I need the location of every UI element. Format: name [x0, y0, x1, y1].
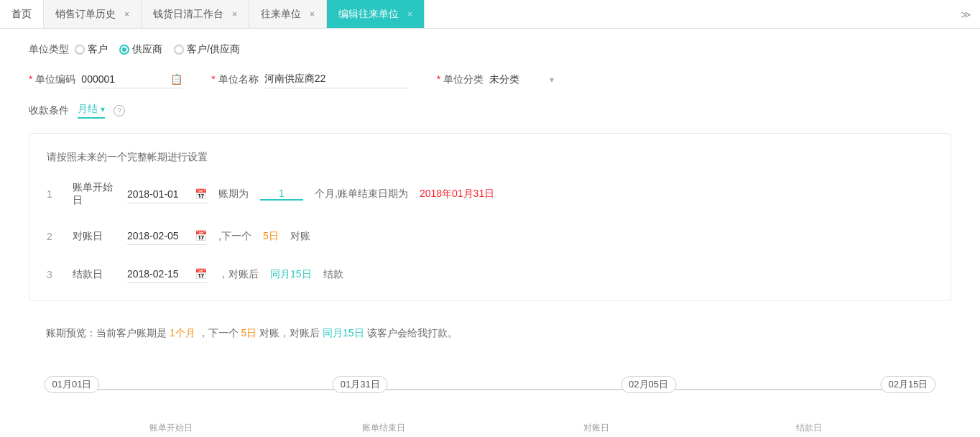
- preview-row: 账期预览：当前客户账期是 1个月 ，下一个 5日 对账，对账后 同月15日 该客…: [29, 316, 951, 351]
- preview-part3: 同月15日: [323, 327, 364, 339]
- tab-partners-close[interactable]: ×: [310, 9, 315, 19]
- unit-code-input[interactable]: [81, 70, 167, 88]
- timeline-labels: 账单开始日 账单结束日 对账日 结款日: [57, 422, 923, 434]
- radio-supplier-circle: [119, 45, 129, 55]
- period-cal-icon-2[interactable]: 📅: [195, 230, 207, 242]
- preview-prefix: 账期预览：当前客户账期是: [46, 327, 167, 339]
- period-day-2: 5日: [263, 230, 279, 243]
- unit-category-label: 单位分类: [437, 73, 484, 86]
- tab-edit-partner[interactable]: 编辑往来单位 ×: [327, 0, 425, 28]
- period-month-input[interactable]: [260, 188, 303, 201]
- unit-type-label: 单位类型: [29, 43, 69, 56]
- collect-arrow: ▾: [101, 104, 105, 114]
- tab-sales-history[interactable]: 销售订单历史 ×: [44, 0, 142, 28]
- period-desc-prefix-1: 账期为: [218, 188, 249, 201]
- tab-edit-partner-close[interactable]: ×: [407, 9, 412, 19]
- tab-home-label: 首页: [11, 8, 32, 21]
- unit-category-select[interactable]: 未分类 ▾: [489, 73, 554, 86]
- period-desc-2a: ,下一个: [218, 230, 251, 243]
- tab-cash-ledger[interactable]: 钱货日清工作台 ×: [142, 0, 249, 28]
- timeline-badge-1: 01月01日: [45, 376, 100, 393]
- unit-info-row: 单位编码 📋 单位名称 单位分类 未分类 ▾: [29, 70, 951, 88]
- period-date-input-3[interactable]: [127, 265, 192, 282]
- period-date-2: 📅: [127, 227, 207, 245]
- badge-4-text: 02月15日: [881, 376, 936, 393]
- period-cal-icon-3[interactable]: 📅: [195, 268, 207, 280]
- period-date-input-2[interactable]: [127, 227, 192, 244]
- radio-supplier-label: 供应商: [132, 43, 162, 56]
- period-date-3: 📅: [127, 265, 207, 283]
- period-cal-icon-1[interactable]: 📅: [195, 188, 207, 200]
- period-day-3: 同月15日: [270, 268, 312, 281]
- tab-sales-history-label: 销售订单历史: [55, 8, 116, 21]
- period-label-1: 账单开始日: [73, 181, 116, 207]
- collect-value: 月结: [78, 103, 98, 116]
- tab-bar: 首页 销售订单历史 × 钱货日清工作台 × 往来单位 × 编辑往来单位 × ≫: [0, 0, 980, 29]
- period-date-input-1[interactable]: [127, 185, 192, 203]
- tab-cash-ledger-close[interactable]: ×: [232, 9, 237, 19]
- radio-both[interactable]: 客户/供应商: [174, 43, 240, 56]
- collect-help-icon[interactable]: ?: [114, 105, 125, 116]
- tab-partners-label: 往来单位: [261, 8, 301, 21]
- collect-label: 收款条件: [29, 104, 69, 117]
- period-row-1: 1 账单开始日 📅 账期为 个月,账单结束日期为 2018年01月31日: [47, 181, 933, 207]
- timeline-label-4: 结款日: [703, 422, 915, 434]
- unit-name-label: 单位名称: [211, 73, 258, 86]
- tab-cash-ledger-label: 钱货日清工作台: [153, 8, 223, 21]
- unit-name-field: 单位名称: [211, 70, 407, 88]
- unit-name-input[interactable]: [264, 70, 408, 88]
- preview-sep1: ，下一个: [198, 327, 239, 339]
- unit-code-field: 单位编码 📋: [29, 70, 182, 88]
- badge-3-text: 02月05日: [621, 376, 676, 393]
- period-desc-3a: ，对账后: [218, 268, 259, 281]
- period-end-date: 2018年01月31日: [420, 188, 494, 201]
- tab-partners[interactable]: 往来单位 ×: [249, 0, 327, 28]
- timeline-badge-4: 02月15日: [881, 376, 936, 393]
- period-num-1: 1: [47, 188, 61, 200]
- unit-code-icon[interactable]: 📋: [170, 73, 182, 85]
- unit-type-radio-group: 客户 供应商 客户/供应商: [75, 43, 240, 56]
- expand-icon: ≫: [961, 9, 971, 20]
- period-row-3: 3 结款日 📅 ，对账后 同月15日 结款: [47, 265, 933, 283]
- timeline-badge-2: 01月31日: [333, 376, 388, 393]
- period-num-2: 2: [47, 231, 61, 242]
- collect-select[interactable]: 月结 ▾: [78, 103, 105, 119]
- badge-1-text: 01月01日: [45, 376, 100, 393]
- timeline-track-area: 01月01日 01月31日 02月05日 02月15日: [57, 376, 923, 419]
- radio-customer-label: 客户: [88, 43, 108, 56]
- badge-2-text: 01月31日: [333, 376, 388, 393]
- period-num-3: 3: [47, 269, 61, 280]
- period-desc-3b: 结款: [323, 268, 343, 281]
- timeline-badge-3: 02月05日: [621, 376, 676, 393]
- tab-expand-button[interactable]: ≫: [952, 0, 980, 28]
- period-title: 请按照未来的一个完整帐期进行设置: [47, 151, 933, 164]
- preview-sep2: 对账，对账后: [259, 327, 320, 339]
- period-label-3: 结款日: [73, 268, 116, 281]
- radio-supplier[interactable]: 供应商: [119, 43, 162, 56]
- tab-sales-history-close[interactable]: ×: [124, 9, 129, 19]
- unit-category-arrow: ▾: [550, 75, 554, 85]
- unit-category-value: 未分类: [489, 73, 547, 86]
- preview-part2: 5日: [241, 327, 256, 339]
- radio-customer-circle: [75, 45, 85, 55]
- period-desc-2b: 对账: [290, 230, 310, 243]
- timeline-label-3: 对账日: [490, 422, 703, 434]
- radio-both-label: 客户/供应商: [187, 43, 240, 56]
- preview-suffix: 该客户会给我打款。: [367, 327, 458, 339]
- unit-code-label: 单位编码: [29, 73, 75, 86]
- tab-home[interactable]: 首页: [0, 0, 44, 28]
- main-content: 单位类型 客户 供应商 客户/供应商 单位编码: [0, 29, 980, 437]
- timeline-nodes: 01月01日 01月31日 02月05日 02月15日: [57, 376, 923, 393]
- period-date-1: 📅: [127, 185, 207, 203]
- timeline-label-1: 账单开始日: [65, 422, 277, 434]
- collect-condition-row: 收款条件 月结 ▾ ?: [29, 103, 951, 119]
- radio-both-circle: [174, 45, 184, 55]
- preview-part1: 1个月: [170, 327, 195, 339]
- radio-customer[interactable]: 客户: [75, 43, 108, 56]
- unit-type-field: 单位类型 客户 供应商 客户/供应商: [29, 43, 240, 56]
- unit-category-field: 单位分类 未分类 ▾: [437, 73, 554, 86]
- timeline-container: 01月01日 01月31日 02月05日 02月15日 账单开始日 账单结: [29, 369, 951, 437]
- tab-edit-partner-label: 编辑往来单位: [338, 8, 399, 21]
- period-desc-suffix-1: 个月,账单结束日期为: [315, 188, 408, 201]
- period-label-2: 对账日: [73, 230, 116, 243]
